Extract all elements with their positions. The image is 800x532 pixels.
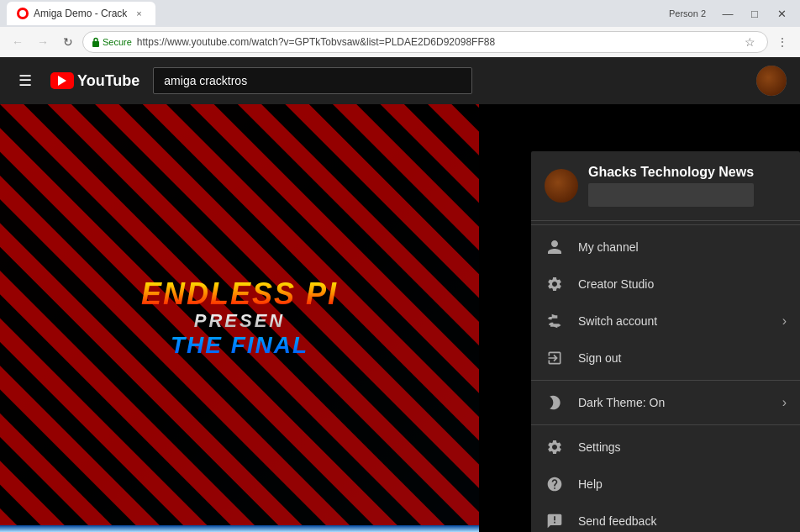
send-feedback-label: Send feedback	[578, 514, 787, 528]
url-bar[interactable]: Secure https://www.youtube.com/watch?v=G…	[82, 31, 768, 53]
maximize-button[interactable]: □	[743, 4, 766, 23]
help-label: Help	[578, 477, 787, 491]
header-right	[756, 66, 787, 96]
youtube-logo-text: YouTube	[77, 72, 139, 90]
creator-studio-label: Creator Studio	[578, 277, 787, 291]
menu-avatar	[545, 169, 578, 203]
toolbar-right: ⋮	[771, 31, 793, 53]
search-input[interactable]	[153, 67, 472, 94]
switch-account-chevron: ›	[782, 313, 787, 329]
forward-button[interactable]: →	[32, 31, 54, 53]
title-bar: Amiga Demo - Crack × Person 2 — □ ✕	[0, 0, 800, 27]
menu-item-send-feedback[interactable]: Send feedback	[531, 503, 800, 532]
menu-item-sign-out[interactable]: Sign out	[531, 340, 800, 377]
window-user-label: Person 2	[669, 8, 706, 18]
video-line2: PRESEN	[141, 310, 338, 332]
tab-title: Amiga Demo - Crack	[34, 8, 127, 19]
menu-item-help[interactable]: Help	[531, 466, 800, 503]
tab-close-button[interactable]: ×	[132, 7, 145, 20]
video-text-overlay: ENDLESS PI PRESEN THE FINAL	[141, 277, 338, 360]
sign-out-icon	[545, 348, 565, 368]
my-channel-label: My channel	[578, 240, 787, 254]
menu-divider-3	[531, 424, 800, 425]
video-line3: THE FINAL	[141, 332, 338, 359]
video-content: ENDLESS PI PRESEN THE FINAL	[0, 104, 479, 532]
browser-tab[interactable]: Amiga Demo - Crack ×	[7, 2, 155, 25]
dark-theme-label: Dark Theme: On	[578, 396, 769, 409]
reload-button[interactable]: ↻	[57, 31, 79, 53]
menu-channel-input[interactable]	[588, 183, 754, 207]
menu-item-dark-theme[interactable]: Dark Theme: On ›	[531, 384, 800, 421]
tab-area: Amiga Demo - Crack ×	[7, 0, 669, 27]
avatar-image	[756, 66, 787, 96]
content-area: ☰ YouTube	[0, 57, 800, 532]
menu-channel-name: Ghacks Technology News	[588, 165, 754, 180]
bookmark-button[interactable]: ☆	[740, 33, 759, 51]
creator-studio-icon	[545, 274, 565, 294]
address-bar: ← → ↻ Secure https://www.youtube.com/wat…	[0, 27, 800, 57]
chrome-frame: Amiga Demo - Crack × Person 2 — □ ✕ ← → …	[0, 0, 800, 57]
tab-favicon-inner	[19, 10, 26, 17]
menu-divider-2	[531, 380, 800, 381]
video-area: ENDLESS PI PRESEN THE FINAL Ghacks Techn…	[0, 104, 800, 532]
settings-icon	[545, 437, 565, 457]
back-button[interactable]: ←	[7, 31, 29, 53]
close-button[interactable]: ✕	[770, 4, 793, 23]
avatar[interactable]	[756, 66, 787, 96]
video-bottom-bar	[0, 525, 479, 532]
switch-account-label: Switch account	[578, 314, 769, 328]
secure-label: Secure	[103, 37, 132, 47]
svg-rect-0	[92, 41, 99, 47]
youtube-logo-icon	[50, 72, 74, 89]
menu-item-my-channel[interactable]: My channel	[531, 229, 800, 266]
menu-divider-1	[531, 224, 800, 225]
minimize-button[interactable]: —	[716, 4, 739, 23]
my-channel-icon	[545, 237, 565, 257]
menu-item-switch-account[interactable]: Switch account ›	[531, 303, 800, 340]
sign-out-label: Sign out	[578, 351, 787, 365]
feedback-icon	[545, 511, 565, 531]
secure-indicator: Secure	[92, 37, 132, 47]
menu-item-creator-studio[interactable]: Creator Studio	[531, 266, 800, 303]
menu-header-info: Ghacks Technology News	[588, 165, 754, 207]
dark-theme-chevron: ›	[782, 395, 787, 410]
settings-label: Settings	[578, 440, 787, 454]
hamburger-menu-button[interactable]: ☰	[13, 69, 37, 92]
switch-account-icon	[545, 311, 565, 331]
url-actions: ☆	[740, 33, 759, 51]
dark-theme-icon	[545, 392, 565, 413]
youtube-header: ☰ YouTube	[0, 57, 800, 104]
url-text: https://www.youtube.com/watch?v=GPTkTobv…	[137, 36, 495, 48]
youtube-play-icon	[58, 76, 66, 86]
tab-favicon	[17, 8, 29, 19]
youtube-logo[interactable]: YouTube	[50, 72, 139, 90]
menu-header: Ghacks Technology News	[531, 151, 800, 221]
video-line1: ENDLESS PI	[141, 277, 338, 311]
help-icon	[545, 474, 565, 494]
dropdown-menu: Ghacks Technology News My channel Creato…	[531, 151, 800, 532]
extensions-button[interactable]: ⋮	[771, 31, 793, 53]
video-player[interactable]: ENDLESS PI PRESEN THE FINAL	[0, 104, 479, 532]
window-controls: Person 2 — □ ✕	[669, 4, 793, 23]
menu-item-settings[interactable]: Settings	[531, 429, 800, 466]
